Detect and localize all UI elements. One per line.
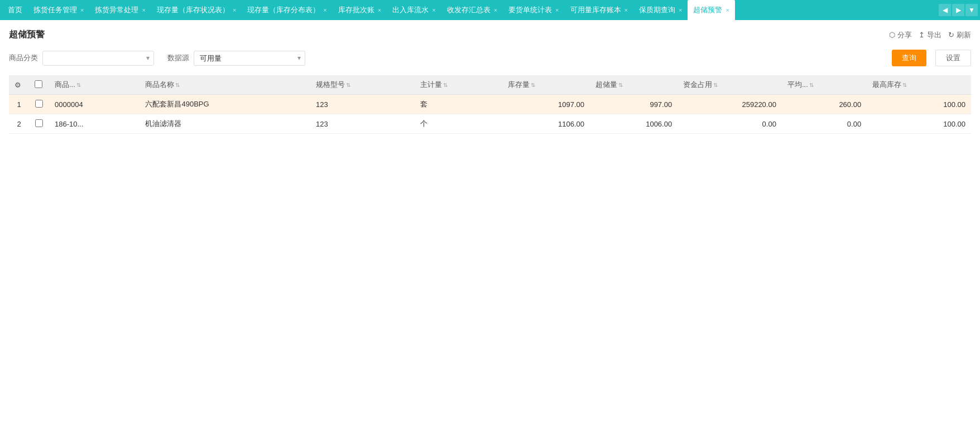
close-tab-icon[interactable]: × xyxy=(555,0,559,20)
sort-icon-spec: ⇅ xyxy=(346,82,350,88)
col-avg: 平均...⇅ xyxy=(782,75,867,95)
category-select-wrapper xyxy=(42,51,154,66)
filter-actions: 查询 设置 xyxy=(892,50,971,66)
col-stock-qty: 库存量⇅ xyxy=(502,75,590,95)
row-select-checkbox-1[interactable] xyxy=(35,100,43,108)
cell-product-code-1: 0000004 xyxy=(49,95,140,114)
nav-item-recv-send-summary[interactable]: 收发存汇总表× xyxy=(441,0,503,20)
query-button[interactable]: 查询 xyxy=(892,50,926,66)
nav-item-inventory-dist[interactable]: 现存量（库存分布表）× xyxy=(242,0,332,20)
cell-over-qty-2: 1006.00 xyxy=(590,114,678,134)
settings-gear-icon[interactable]: ⚙ xyxy=(15,81,21,89)
datasource-select-wrapper: 可用量 库存量 xyxy=(194,51,305,66)
sort-icon-capital: ⇅ xyxy=(713,82,718,88)
close-tab-icon[interactable]: × xyxy=(378,0,381,20)
col-capital: 资金占用⇅ xyxy=(678,75,782,95)
cell-product-name-2: 机油滤清器 xyxy=(140,114,310,134)
cell-max-stock-1: 100.00 xyxy=(867,95,971,114)
gear-col-header: ⚙ xyxy=(9,75,29,95)
nav-item-inout-flow[interactable]: 出入库流水× xyxy=(387,0,441,20)
close-tab-icon[interactable]: × xyxy=(323,0,326,20)
table-row: 1 0000004 六配套新昌490BPG 123 套 1097.00 997.… xyxy=(9,95,971,114)
sort-icon-over: ⇅ xyxy=(618,82,623,88)
nav-item-exception-proc[interactable]: 拣货异常处理× xyxy=(89,0,151,20)
export-icon: ↥ xyxy=(919,31,925,39)
cell-spec-2: 123 xyxy=(310,114,415,134)
nav-next-button[interactable]: ▶ xyxy=(952,4,964,16)
close-tab-icon[interactable]: × xyxy=(726,0,729,20)
page-content: 超储预警 ⬡ 分享 ↥ 导出 ↻ 刷新 商品分类 xyxy=(0,20,980,446)
category-label: 商品分类 xyxy=(9,53,38,63)
table-row: 2 186-10... 机油滤清器 123 个 1106.00 1006.00 … xyxy=(9,114,971,134)
sort-icon-name: ⇅ xyxy=(175,82,180,88)
col-over-qty: 超储量⇅ xyxy=(590,75,678,95)
sort-icon-avg: ⇅ xyxy=(809,82,814,88)
datasource-label: 数据源 xyxy=(167,53,189,63)
cell-product-code-2: 186-10... xyxy=(49,114,140,134)
cell-avg-2: 0.00 xyxy=(782,114,867,134)
nav-item-batch-account[interactable]: 库存批次账× xyxy=(333,0,387,20)
row-checkbox-1[interactable] xyxy=(29,95,49,114)
datasource-select[interactable]: 可用量 库存量 xyxy=(194,51,305,66)
close-tab-icon[interactable]: × xyxy=(142,0,145,20)
row-seq-2: 2 xyxy=(9,114,29,134)
sort-icon-code: ⇅ xyxy=(76,82,81,88)
nav-prev-button[interactable]: ◀ xyxy=(939,4,951,16)
nav-item-inventory-status[interactable]: 现存量（库存状况表）× xyxy=(151,0,242,20)
nav-item-shelf-life[interactable]: 保质期查询× xyxy=(633,0,688,20)
col-product-code: 商品...⇅ xyxy=(49,75,140,95)
nav-item-order-stat[interactable]: 要货单统计表× xyxy=(503,0,564,20)
cell-stock-qty-1: 1097.00 xyxy=(502,95,590,114)
category-filter: 商品分类 xyxy=(9,51,154,66)
col-unit: 主计量⇅ xyxy=(415,75,502,95)
export-button[interactable]: ↥ 导出 xyxy=(919,30,941,40)
sort-icon-unit: ⇅ xyxy=(443,82,448,88)
filter-row: 商品分类 数据源 可用量 库存量 查询 设置 xyxy=(9,50,971,66)
nav-item-overstock-warning[interactable]: 超储预警× xyxy=(688,0,734,20)
nav-item-available-account[interactable]: 可用量库存账本× xyxy=(565,0,633,20)
cell-capital-2: 0.00 xyxy=(678,114,782,134)
page-header: 超储预警 ⬡ 分享 ↥ 导出 ↻ 刷新 xyxy=(9,29,971,41)
page-title: 超储预警 xyxy=(9,29,45,41)
refresh-button[interactable]: ↻ 刷新 xyxy=(948,30,971,40)
cell-unit-2: 个 xyxy=(415,114,502,134)
row-checkbox-2[interactable] xyxy=(29,114,49,134)
close-tab-icon[interactable]: × xyxy=(233,0,236,20)
cell-over-qty-1: 997.00 xyxy=(590,95,678,114)
cell-avg-1: 260.00 xyxy=(782,95,867,114)
col-product-name: 商品名称⇅ xyxy=(140,75,310,95)
nav-item-home[interactable]: 首页 xyxy=(2,0,28,20)
cell-unit-1: 套 xyxy=(415,95,502,114)
checkbox-col-header xyxy=(29,75,49,95)
nav-item-task-mgmt[interactable]: 拣货任务管理× xyxy=(28,0,89,20)
close-tab-icon[interactable]: × xyxy=(80,0,84,20)
cell-stock-qty-2: 1106.00 xyxy=(502,114,590,134)
select-all-checkbox[interactable] xyxy=(35,80,42,88)
col-max-stock: 最高库存⇅ xyxy=(867,75,971,95)
nav-arrows: ◀ ▶ ▼ xyxy=(939,4,978,16)
cell-capital-1: 259220.00 xyxy=(678,95,782,114)
sort-icon-max: ⇅ xyxy=(902,82,907,88)
cell-max-stock-2: 100.00 xyxy=(867,114,971,134)
datasource-filter: 数据源 可用量 库存量 xyxy=(167,51,305,66)
row-seq-1: 1 xyxy=(9,95,29,114)
nav-more-button[interactable]: ▼ xyxy=(965,4,978,16)
category-select[interactable] xyxy=(42,51,154,66)
close-tab-icon[interactable]: × xyxy=(494,0,497,20)
share-button[interactable]: ⬡ 分享 xyxy=(889,30,912,40)
cell-spec-1: 123 xyxy=(310,95,415,114)
close-tab-icon[interactable]: × xyxy=(679,0,682,20)
table-body: 1 0000004 六配套新昌490BPG 123 套 1097.00 997.… xyxy=(9,95,971,134)
col-spec: 规格型号⇅ xyxy=(310,75,415,95)
cell-product-name-1: 六配套新昌490BPG xyxy=(140,95,310,114)
row-select-checkbox-2[interactable] xyxy=(35,119,43,127)
sort-icon-stock: ⇅ xyxy=(531,82,535,88)
settings-button[interactable]: 设置 xyxy=(935,50,971,66)
header-actions: ⬡ 分享 ↥ 导出 ↻ 刷新 xyxy=(889,30,971,40)
share-icon: ⬡ xyxy=(889,31,895,39)
data-table: ⚙ 商品...⇅ 商品名称⇅ 规格型号⇅ 主计量⇅ 库存量⇅ xyxy=(9,75,971,134)
close-tab-icon[interactable]: × xyxy=(624,0,628,20)
top-navigation: 首页拣货任务管理×拣货异常处理×现存量（库存状况表）×现存量（库存分布表）×库存… xyxy=(0,0,980,20)
table-header: ⚙ 商品...⇅ 商品名称⇅ 规格型号⇅ 主计量⇅ 库存量⇅ xyxy=(9,75,971,95)
close-tab-icon[interactable]: × xyxy=(432,0,435,20)
